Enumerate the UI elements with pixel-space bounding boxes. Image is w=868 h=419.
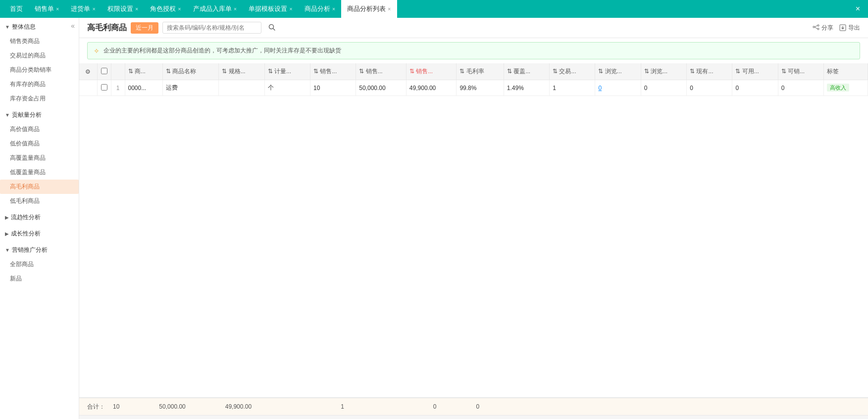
nav-item-product-entry[interactable]: 产成品入库单 × [187, 0, 243, 18]
coverage-cell: 1.49% [504, 80, 549, 96]
sidebar-item-high-coverage[interactable]: 高覆盖量商品 [0, 151, 79, 165]
sidebar-item-low-value[interactable]: 低价值商品 [0, 137, 79, 151]
search-button[interactable] [265, 23, 278, 33]
sidebar-item-traded-products[interactable]: 交易过的商品 [0, 48, 79, 63]
row-checkbox[interactable] [101, 84, 107, 91]
sidebar-section-title-growth[interactable]: ▶ 成长性分析 [0, 227, 79, 241]
nav-item-purchase[interactable]: 进货单 × [65, 0, 101, 18]
sidebar-item-in-stock[interactable]: 有库存的商品 [0, 77, 79, 92]
nav-item-home[interactable]: 首页 [4, 0, 29, 18]
export-button[interactable]: 导出 [839, 24, 860, 32]
sidebar-item-low-coverage[interactable]: 低覆盖量商品 [0, 165, 79, 180]
current-stock-col-header[interactable]: ⇅ 现有... [687, 63, 732, 80]
info-banner: ✧ 企业的主要的利润都是这部分商品创造的，可考虑加大推广，同时关注库存是不要出现… [87, 42, 860, 59]
checkbox-cell[interactable] [97, 80, 111, 96]
nav-item-analysis-list[interactable]: 商品分析列表 × [341, 0, 397, 18]
tag-cell: 高收入 [824, 80, 868, 96]
nav-close-sales[interactable]: × [56, 6, 59, 12]
sale-profit-cell: 49,900.00 [406, 80, 457, 96]
nav-item-permissions[interactable]: 权限设置 × [102, 0, 144, 18]
table-body: 1 0000... 运费 个 10 50,000.00 49,900.00 99… [79, 80, 868, 96]
sidebar-section-flow: ▶ 流趋性分析 [0, 210, 79, 225]
arrow-icon-marketing: ▼ [5, 247, 10, 253]
browse1-col-header[interactable]: ⇅ 浏览... [595, 63, 641, 80]
sidebar-item-all-products[interactable]: 全部商品 [0, 257, 79, 272]
nav-close-permissions[interactable]: × [135, 6, 138, 12]
sidebar-section-title-flow[interactable]: ▶ 流趋性分析 [0, 210, 79, 225]
coverage-col-header[interactable]: ⇅ 覆盖... [504, 63, 549, 80]
close-all-tabs[interactable]: × [852, 4, 864, 13]
sidebar-section-title-marketing[interactable]: ▼ 营销推广分析 [0, 243, 79, 257]
name-cell: 运费 [162, 80, 219, 96]
nav-close-template[interactable]: × [289, 6, 292, 12]
available-stock-cell: 0 [732, 80, 778, 96]
footer-transaction: 1 [341, 403, 344, 410]
nav-item-sales[interactable]: 销售单 × [29, 0, 65, 18]
sidebar-section-marketing: ▼ 营销推广分析 全部商品 新品 [0, 243, 79, 286]
sidebar-collapse-button[interactable]: « [71, 22, 75, 30]
sidebar-item-sales-products[interactable]: 销售类商品 [0, 34, 79, 48]
sale-count-cell: 10 [310, 80, 356, 96]
num-col-header [111, 63, 125, 80]
tag-col-header: 标签 [824, 63, 868, 80]
unit-col-header[interactable]: ⇅ 计量... [264, 63, 310, 80]
page-title: 高毛利商品 [87, 23, 127, 33]
browse1-cell[interactable]: 0 [595, 80, 641, 96]
total-label: 合计： [87, 403, 105, 411]
select-all-checkbox[interactable] [101, 68, 107, 74]
sidebar-item-stock-capital[interactable]: 库存资金占用 [0, 92, 79, 106]
name-col-header[interactable]: ⇅ 商品名称 [162, 63, 219, 80]
high-income-tag: 高收入 [827, 84, 849, 92]
sidebar-item-high-value[interactable]: 高价值商品 [0, 122, 79, 137]
saleable-stock-col-header[interactable]: ⇅ 可销... [778, 63, 823, 80]
nav-close-purchase[interactable]: × [92, 6, 95, 12]
available-stock-col-header[interactable]: ⇅ 可用... [732, 63, 778, 80]
saleable-stock-cell: 0 [778, 80, 823, 96]
export-icon [839, 24, 846, 31]
sidebar-item-low-margin[interactable]: 低毛利商品 [0, 194, 79, 208]
search-input[interactable] [162, 22, 261, 34]
svg-rect-4 [817, 28, 819, 30]
sale-amount-col-header[interactable]: ⇅ 销售... [356, 63, 407, 80]
svg-rect-2 [813, 26, 815, 28]
settings-col-header[interactable]: ⚙ [79, 63, 97, 80]
settings-cell [79, 80, 97, 96]
footer-sale-amount: 50,000.00 [159, 403, 185, 410]
sidebar-item-new-products[interactable]: 新品 [0, 272, 79, 286]
sidebar-section-title-overview[interactable]: ▼ 整体信息 [0, 20, 79, 34]
sidebar-section-overview: ▼ 整体信息 销售类商品 交易过的商品 商品分类助销率 有库存的商品 库存资金占… [0, 20, 79, 106]
footer-sale-profit: 49,900.00 [225, 403, 252, 410]
nav-close-roles[interactable]: × [178, 6, 181, 12]
content-header: 高毛利商品 近一月 分享 [79, 18, 868, 38]
sidebar-section-title-contribution[interactable]: ▼ 贡献量分析 [0, 108, 79, 122]
checkbox-col-header[interactable] [97, 63, 111, 80]
nav-close-product-entry[interactable]: × [234, 6, 237, 12]
share-button[interactable]: 分享 [813, 24, 833, 32]
sale-count-col-header[interactable]: ⇅ 销售... [310, 63, 356, 80]
sale-profit-col-header[interactable]: ⇅ 销售... [406, 63, 457, 80]
nav-close-analysis-list[interactable]: × [388, 6, 391, 12]
table-container[interactable]: ⚙ ⇅ 商... ⇅ 商品名称 ⇅ 规格... [79, 63, 868, 397]
main-layout: « ▼ 整体信息 销售类商品 交易过的商品 商品分类助销率 有库存的商品 库存资… [0, 18, 868, 419]
nav-close-analysis[interactable]: × [332, 6, 335, 12]
product-table: ⚙ ⇅ 商... ⇅ 商品名称 ⇅ 规格... [79, 63, 868, 96]
code-col-header[interactable]: ⇅ 商... [125, 63, 162, 80]
unit-cell: 个 [264, 80, 310, 96]
transaction-col-header[interactable]: ⇅ 交易... [550, 63, 595, 80]
table-header-row: ⚙ ⇅ 商... ⇅ 商品名称 ⇅ 规格... [79, 63, 868, 80]
sidebar: « ▼ 整体信息 销售类商品 交易过的商品 商品分类助销率 有库存的商品 库存资… [0, 18, 79, 419]
nav-item-analysis[interactable]: 商品分析 × [299, 0, 341, 18]
horizontal-scrollbar[interactable] [79, 415, 868, 419]
header-actions: 分享 导出 [813, 24, 860, 32]
footer-current-stock: 0 [433, 403, 437, 410]
nav-item-template[interactable]: 单据模板设置 × [243, 0, 298, 18]
gross-margin-col-header[interactable]: ⇅ 毛利率 [457, 63, 504, 80]
spec-col-header[interactable]: ⇅ 规格... [219, 63, 264, 80]
nav-item-roles[interactable]: 角色授权 × [144, 0, 187, 18]
time-filter-button[interactable]: 近一月 [131, 22, 158, 34]
browse2-col-header[interactable]: ⇅ 浏览... [641, 63, 686, 80]
arrow-icon-flow: ▶ [5, 215, 9, 220]
sidebar-item-high-margin[interactable]: 高毛利商品 [0, 180, 79, 194]
sidebar-item-category-assist[interactable]: 商品分类助销率 [0, 63, 79, 77]
code-cell: 0000... [125, 80, 162, 96]
